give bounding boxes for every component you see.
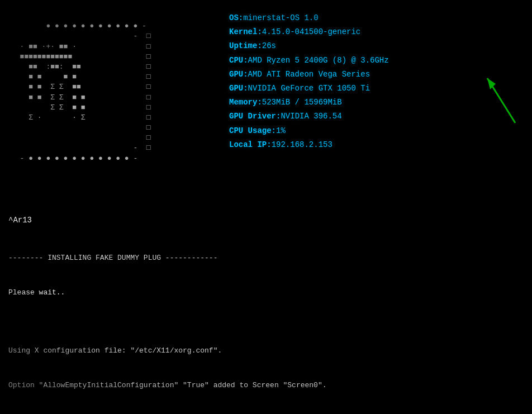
memory-value: 523MiB / 15969MiB [262,96,342,110]
kernel-value: 4.15.0-041500-generic [262,25,360,39]
sysinfo-local-ip: Local IP: 192.168.2.153 [229,138,521,152]
allow-empty-line: Option "AllowEmptyInitialConfiguration" … [8,380,524,392]
bottom-terminal: ^Ar13 -------- INSTALLING FAKE DUMMY PLU… [0,185,532,414]
sysinfo-os: OS: minerstat-OS 1.0 [229,11,521,25]
gpu2-label: GPU: [229,82,248,96]
uptime-value: 26s [262,39,276,53]
sysinfo-kernel: Kernel: 4.15.0-041500-generic [229,25,521,39]
terminal-prompt: ^Ar13 [8,214,524,226]
svg-marker-1 [487,78,496,89]
sysinfo-cpu: CPU: AMD Ryzen 5 2400G (8) @ 3.6GHz [229,54,521,68]
uptime-label: Uptime: [229,39,262,53]
install-header: -------- INSTALLING FAKE DUMMY PLUG ----… [8,253,524,264]
local-ip-value: 192.168.2.153 [272,138,332,152]
top-section: ● ● ● ● ● ● ● ● ● ● ● - - □ · ■■ ·+· ■■ … [0,0,532,185]
ascii-art-content: ● ● ● ● ● ● ● ● ● ● ● - - □ · ■■ ·+· ■■ … [11,22,151,162]
terminal-screen: ● ● ● ● ● ● ● ● ● ● ● - - □ · ■■ ·+· ■■ … [0,0,532,414]
gpu-driver-value: NVIDIA 396.54 [281,110,341,123]
cpu-usage-label: CPU Usage: [229,124,276,138]
local-ip-label: Local IP: [229,138,272,152]
kernel-label: Kernel: [229,25,262,39]
please-wait: Please wait.. [8,287,524,299]
cpu-value: AMD Ryzen 5 2400G (8) @ 3.6GHz [248,54,389,68]
cpu-usage-value: 1% [276,124,286,138]
sysinfo-uptime: Uptime: 26s [229,39,521,53]
os-value: minerstat-OS 1.0 [243,11,318,25]
memory-label: Memory: [229,96,262,110]
green-arrow-annotation [476,67,521,137]
gpu2-value: NVIDIA GeForce GTX 1050 Ti [248,82,370,96]
cpu-label: CPU: [229,54,248,68]
xorg-conf-line: Using X configuration file: "/etc/X11/xo… [8,345,524,357]
gpu-driver-label: GPU Driver: [229,110,281,123]
gpu1-label: GPU: [229,68,248,82]
os-label: OS: [229,11,243,25]
gpu1-value: AMD ATI Radeon Vega Series [248,68,370,82]
ascii-art-panel: ● ● ● ● ● ● ● ● ● ● ● - - □ · ■■ ·+· ■■ … [6,6,218,179]
